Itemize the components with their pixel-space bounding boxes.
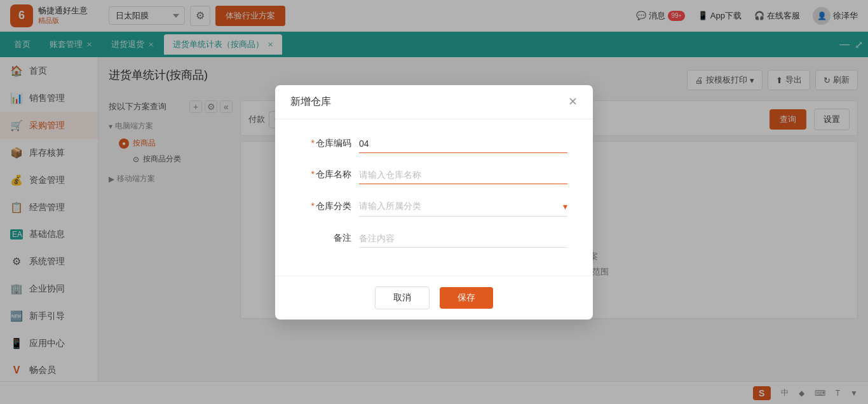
name-label: *仓库名称 bbox=[301, 169, 351, 180]
new-warehouse-modal: 新增仓库 ✕ *仓库编码 *仓库名称 *仓库分类 bbox=[275, 85, 593, 320]
cancel-button[interactable]: 取消 bbox=[375, 286, 430, 309]
form-row-category: *仓库分类 请输入所属分类 ▾ bbox=[301, 197, 567, 217]
modal-footer: 取消 保存 bbox=[275, 276, 593, 320]
modal-body: *仓库编码 *仓库名称 *仓库分类 请输入所属分类 ▾ bbox=[275, 119, 593, 276]
form-row-note: 备注 bbox=[301, 229, 567, 248]
modal-overlay[interactable]: 新增仓库 ✕ *仓库编码 *仓库名称 *仓库分类 bbox=[0, 0, 868, 404]
category-label: *仓库分类 bbox=[301, 201, 351, 212]
modal-title: 新增仓库 bbox=[290, 95, 331, 109]
save-button[interactable]: 保存 bbox=[440, 287, 493, 309]
note-input[interactable] bbox=[359, 229, 567, 248]
category-dropdown-icon: ▾ bbox=[563, 201, 567, 212]
form-row-code: *仓库编码 bbox=[301, 135, 567, 153]
modal-close-btn[interactable]: ✕ bbox=[568, 96, 578, 107]
form-row-name: *仓库名称 bbox=[301, 166, 567, 184]
modal-header: 新增仓库 ✕ bbox=[275, 85, 593, 119]
note-label: 备注 bbox=[301, 232, 351, 244]
category-select[interactable]: 请输入所属分类 ▾ bbox=[359, 197, 567, 217]
code-label: *仓库编码 bbox=[301, 138, 351, 149]
code-input[interactable] bbox=[359, 135, 567, 153]
category-placeholder: 请输入所属分类 bbox=[359, 201, 563, 212]
name-input[interactable] bbox=[359, 166, 567, 184]
